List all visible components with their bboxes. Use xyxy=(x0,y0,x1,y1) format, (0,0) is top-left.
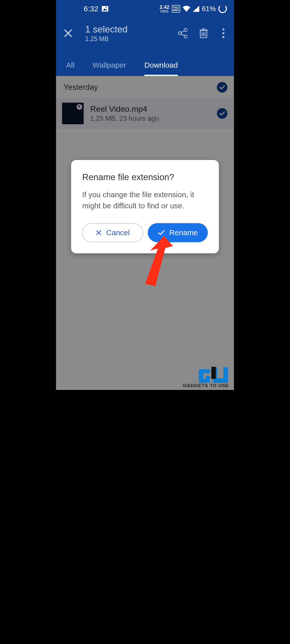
cancel-button[interactable]: Cancel xyxy=(82,223,143,242)
rename-button[interactable]: Rename xyxy=(148,223,208,242)
rename-extension-dialog: Rename file extension? If you change the… xyxy=(71,160,219,253)
dialog-title: Rename file extension? xyxy=(82,172,208,182)
battery-percentage: 61% xyxy=(202,5,216,13)
check-icon xyxy=(158,230,165,235)
screenshot-notification-icon xyxy=(102,6,108,12)
svg-line-9 xyxy=(181,31,184,32)
cancel-button-label: Cancel xyxy=(106,228,130,237)
vowifi-indicator: Vo)) WiFi xyxy=(172,5,180,13)
phone-screen: 6:32 2.42 KB/S Vo)) WiFi 61% xyxy=(56,0,234,390)
svg-marker-3 xyxy=(193,6,199,12)
svg-point-8 xyxy=(184,35,187,38)
selected-size: 1.25 MB xyxy=(85,35,178,43)
svg-point-2 xyxy=(106,7,107,8)
svg-line-10 xyxy=(181,34,184,36)
share-button[interactable] xyxy=(178,28,187,38)
data-speed-indicator: 2.42 KB/S xyxy=(160,5,169,13)
play-overlay-icon xyxy=(78,105,81,108)
activity-spinner-icon xyxy=(218,5,227,13)
dialog-body: If you change the file extension, it mig… xyxy=(82,189,208,211)
x-icon xyxy=(96,230,102,236)
svg-rect-20 xyxy=(211,367,216,379)
cellular-signal-icon xyxy=(193,6,199,12)
selection-header: 1 selected 1.25 MB xyxy=(56,18,234,49)
svg-point-7 xyxy=(178,32,181,35)
svg-point-6 xyxy=(184,28,187,31)
svg-rect-0 xyxy=(102,6,108,12)
status-bar: 6:32 2.42 KB/S Vo)) WiFi 61% xyxy=(56,0,234,18)
close-selection-button[interactable] xyxy=(63,28,73,38)
wifi-icon xyxy=(183,6,190,12)
delete-button[interactable] xyxy=(199,28,208,38)
tab-download[interactable]: Download xyxy=(144,61,178,76)
watermark: GADGETS TO USE xyxy=(183,367,229,388)
selected-count: 1 selected xyxy=(85,24,178,35)
tab-wallpaper[interactable]: Wallpaper xyxy=(92,61,126,76)
watermark-logo xyxy=(183,367,229,383)
overflow-menu-button[interactable] xyxy=(220,28,227,38)
tab-all[interactable]: All xyxy=(66,61,74,76)
rename-button-label: Rename xyxy=(169,228,198,237)
status-time: 6:32 xyxy=(84,5,98,13)
category-tabs: All Wallpaper Download xyxy=(56,49,234,76)
watermark-text: GADGETS TO USE xyxy=(183,383,229,388)
